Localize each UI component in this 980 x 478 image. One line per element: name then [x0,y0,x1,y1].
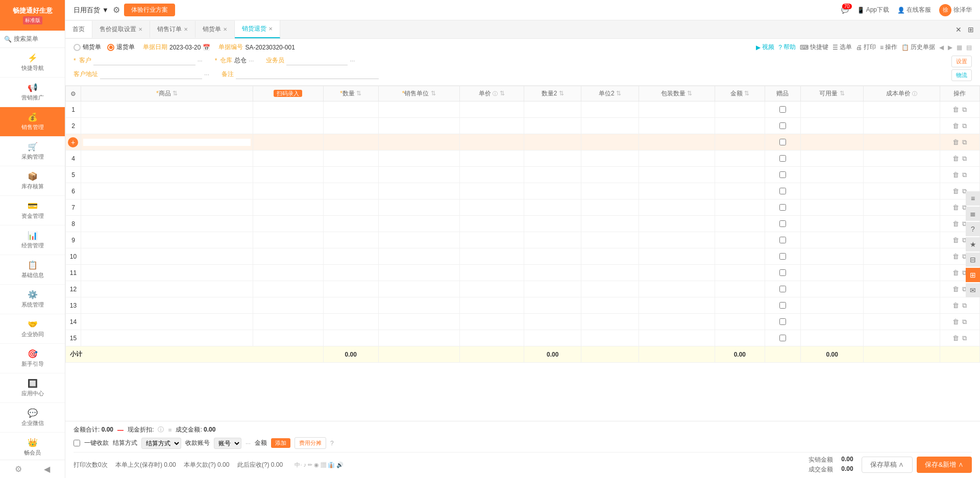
copy-icon-14[interactable]: ⧉ [962,318,967,326]
qty-cell-13[interactable] [323,297,378,314]
qty-cell-10[interactable] [323,248,378,265]
pkg-qty-cell-8[interactable] [639,216,715,232]
sidebar-item-guide[interactable]: 🎯 新手引导 [0,344,65,373]
qty2-cell-5[interactable] [524,167,581,183]
price-cell-7[interactable] [459,199,524,216]
unit2-cell-2[interactable] [581,118,639,134]
online-service-btn[interactable]: 👤 在线客服 [897,6,931,14]
qty-cell-4[interactable] [323,150,378,167]
gift-checkbox-3[interactable] [779,139,786,145]
cost-price-cell-8[interactable] [864,216,940,232]
sidebar-item-system[interactable]: ⚙️ 系统管理 [0,285,65,314]
topbar-settings-icon[interactable]: ⚙ [113,5,120,15]
qty2-cell-2[interactable] [524,118,581,134]
tab-3[interactable]: 销货单✕ [195,21,235,38]
cost-price-cell-6[interactable] [864,183,940,199]
product-cell-11[interactable] [81,265,253,281]
unit-cell-9[interactable] [378,232,459,248]
unit-cell-4[interactable] [378,150,459,167]
qty-cell-14[interactable] [323,314,378,330]
amount-cell-2[interactable] [715,118,765,134]
right-tool-4[interactable]: ★ [966,237,980,251]
product-cell-2[interactable] [81,118,253,134]
unit-cell-11[interactable] [378,265,459,281]
qty-cell-11[interactable] [323,265,378,281]
delete-icon-6[interactable]: 🗑 [952,187,959,195]
price-cell-5[interactable] [459,167,524,183]
gift-cell-2[interactable] [765,118,800,134]
tab-maximize-icon[interactable]: ⊞ [966,24,976,35]
product-cell-3[interactable] [81,134,253,150]
sidebar-item-basic[interactable]: 📋 基础信息 [0,255,65,285]
fee-help-icon[interactable]: ? [330,440,334,447]
unit-cell-5[interactable] [378,167,459,183]
gift-cell-4[interactable] [765,150,800,167]
price-cell-9[interactable] [459,232,524,248]
qty-cell-1[interactable] [323,102,378,118]
qty2-cell-9[interactable] [524,232,581,248]
available-cell-2[interactable] [800,118,864,134]
unit2-cell-13[interactable] [581,297,639,314]
pkg-qty-cell-4[interactable] [639,150,715,167]
logistics-btn[interactable]: 物流 [951,69,972,81]
cost-price-cell-9[interactable] [864,232,940,248]
unit-cell-10[interactable] [378,248,459,265]
qty2-cell-3[interactable] [524,134,581,150]
product-cell-13[interactable] [81,297,253,314]
app-download-btn[interactable]: 📱 App下载 [857,6,889,14]
history-btn[interactable]: 📋 历史单据 [901,43,935,52]
qty2-cell-7[interactable] [524,199,581,216]
available-cell-8[interactable] [800,216,864,232]
price-cell-6[interactable] [459,183,524,199]
product-cell-14[interactable] [81,314,253,330]
gift-cell-14[interactable] [765,314,800,330]
sidebar-item-operations[interactable]: 📊 经营管理 [0,225,65,255]
delete-icon-8[interactable]: 🗑 [952,220,959,228]
available-cell-13[interactable] [800,297,864,314]
amount-cell-13[interactable] [715,297,765,314]
gift-cell-11[interactable] [765,265,800,281]
gift-checkbox-15[interactable] [779,335,786,341]
warehouse-dots[interactable]: ··· [249,57,254,64]
add-payment-btn[interactable]: 添加 [271,438,290,448]
account-dots[interactable]: ··· [246,440,251,447]
unit-cell-13[interactable] [378,297,459,314]
sidebar-item-purchase[interactable]: 🛒 采购管理 [0,137,65,166]
sidebar-collapse-icon[interactable]: ◀ [44,464,50,474]
sidebar-item-sales[interactable]: 💰 销售管理 [0,107,65,137]
amount-cell-10[interactable] [715,248,765,265]
qty-cell-7[interactable] [323,199,378,216]
copy-icon-3[interactable]: ⧉ [962,138,967,146]
unit-cell-3[interactable] [378,134,459,150]
delete-icon-1[interactable]: 🗑 [952,106,959,114]
amount-cell-3[interactable] [715,134,765,150]
delete-icon-9[interactable]: 🗑 [952,236,959,244]
tab-2[interactable]: 销售订单✕ [150,21,195,38]
copy-icon-4[interactable]: ⧉ [962,155,967,163]
cost-price-cell-11[interactable] [864,265,940,281]
cost-price-cell-13[interactable] [864,297,940,314]
unit-cell-14[interactable] [378,314,459,330]
amount-cell-1[interactable] [715,102,765,118]
sidebar-item-wechat[interactable]: 💬 企业微信 [0,403,65,433]
unit2-cell-9[interactable] [581,232,639,248]
qty-cell-5[interactable] [323,167,378,183]
gift-checkbox-9[interactable] [779,237,786,243]
tab-close-3[interactable]: ✕ [223,27,227,32]
customer-input[interactable] [93,56,195,65]
price-cell-10[interactable] [459,248,524,265]
sidebar-search[interactable]: 🔍 搜索菜单 [0,31,65,48]
gift-checkbox-13[interactable] [779,302,786,309]
gift-checkbox-10[interactable] [779,253,786,260]
unit2-cell-1[interactable] [581,102,639,118]
video-btn[interactable]: ▶ 视频 [756,43,774,52]
amount-cell-8[interactable] [715,216,765,232]
product-cell-6[interactable] [81,183,253,199]
product-cell-12[interactable] [81,281,253,297]
cost-price-cell-12[interactable] [864,281,940,297]
unit-cell-6[interactable] [378,183,459,199]
unit-cell-15[interactable] [378,330,459,346]
unit2-cell-8[interactable] [581,216,639,232]
price-cell-12[interactable] [459,281,524,297]
qty2-cell-15[interactable] [524,330,581,346]
